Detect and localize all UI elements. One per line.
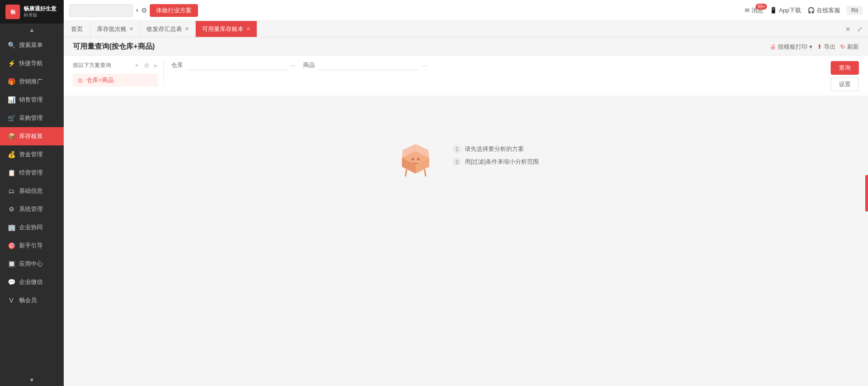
filter-scheme-panel: 按以下方案查询 ＋ ⊙ « ⊙ 仓库+商品 <box>73 60 164 87</box>
sidebar-label-enterprise_wechat: 企业微信 <box>19 278 43 286</box>
sidebar-icon-enterprise: 🏢 <box>7 223 15 232</box>
filter-settings-button[interactable]: 设置 <box>831 77 859 91</box>
sidebar-label-inventory: 库存核算 <box>19 132 43 140</box>
sidebar-label-onboarding: 新手引导 <box>19 242 43 250</box>
main-area: ▾ ⚙ 体验行业方案 ✉ 消息 99+ 📱 App下载 🎧 在线客服 Rit 首… <box>64 0 868 386</box>
tab-available-ledger-close[interactable]: ✕ <box>246 26 250 32</box>
sidebar-label-search: 搜索菜单 <box>19 41 43 49</box>
top-header: ▾ ⚙ 体验行业方案 ✉ 消息 99+ 📱 App下载 🎧 在线客服 Rit <box>64 0 868 21</box>
sidebar-item-sales_mgmt[interactable]: 📊 销售管理 <box>0 91 64 109</box>
filter-field-product: 商品 ··· <box>303 60 428 70</box>
tab-maximize-button[interactable]: ⤢ <box>855 24 864 35</box>
sidebar-item-app_center[interactable]: 🔲 应用中心 <box>0 255 64 273</box>
sidebar-item-membership[interactable]: V 畅会员 <box>0 291 64 309</box>
right-edge-indicator <box>865 175 868 211</box>
sidebar-item-onboarding[interactable]: 🎯 新手引导 <box>0 237 64 255</box>
filter-fields: 仓库 ··· 商品 ··· <box>164 60 826 70</box>
tab-batch-ledger[interactable]: 库存批次账 ✕ <box>91 21 140 37</box>
empty-state: 1 请先选择要分析的方案 2 用[过滤]条件来缩小分析范围 <box>64 96 868 215</box>
user-avatar[interactable]: Rit <box>847 6 863 15</box>
hint-number-1: 1 <box>453 145 461 153</box>
sidebar-logo: 畅 <box>5 5 20 19</box>
tab-actions: ✕ ⤢ <box>843 24 868 35</box>
tabs-bar: 首页 库存批次账 ✕ 收发存汇总表 ✕ 可用量库存账本 ✕ ✕ ⤢ <box>64 21 868 37</box>
sidebar-icon-operations: 📋 <box>7 169 15 177</box>
sidebar-item-marketing_promo[interactable]: 🎁 营销推广 <box>0 72 64 91</box>
header-right: ✉ 消息 99+ 📱 App下载 🎧 在线客服 Rit <box>745 6 863 15</box>
sidebar-icon-purchase_mgmt: 🛒 <box>7 114 15 122</box>
filter-product-input[interactable] <box>319 60 419 70</box>
collapse-scheme-button[interactable]: « <box>153 61 158 70</box>
print-dropdown-icon[interactable]: ▾ <box>809 43 812 50</box>
online-service-item[interactable]: 🎧 在线客服 <box>807 6 840 15</box>
tab-home[interactable]: 首页 <box>64 21 91 37</box>
tab-close-all-button[interactable]: ✕ <box>843 24 853 35</box>
add-scheme-button[interactable]: ＋ <box>133 60 141 70</box>
sidebar-header: 畅 畅康通好生意 标准版 <box>0 0 64 24</box>
refresh-action[interactable]: ↻ 刷新 <box>840 43 859 51</box>
sidebar-item-basic_info[interactable]: 🗂 基础信息 <box>0 182 64 200</box>
sidebar-label-basic_info: 基础信息 <box>19 187 43 195</box>
scheme-warehouse-product[interactable]: ⊙ 仓库+商品 <box>73 74 158 87</box>
page-content: 可用量查询(按仓库+商品) 🖨 按模板打印 ▾ ⬆ 导出 ↻ 刷新 <box>64 37 868 386</box>
sidebar-item-shortcut[interactable]: ⚡ 快捷导航 <box>0 54 64 72</box>
settings-icon[interactable]: ⚙ <box>141 6 147 15</box>
sidebar-title-area: 畅康通好生意 标准版 <box>24 5 56 18</box>
hint-item-1: 1 请先选择要分析的方案 <box>453 145 539 153</box>
sidebar-item-purchase_mgmt[interactable]: 🛒 采购管理 <box>0 109 64 127</box>
tab-receipt-summary-close[interactable]: ✕ <box>185 26 189 32</box>
header-search-input[interactable] <box>69 4 133 17</box>
sidebar-item-search[interactable]: 🔍 搜索菜单 <box>0 36 64 54</box>
scheme-warehouse-label: 仓库+商品 <box>86 76 114 84</box>
sidebar-label-purchase_mgmt: 采购管理 <box>19 114 43 122</box>
sidebar-item-enterprise_wechat[interactable]: 💬 企业微信 <box>0 273 64 291</box>
filter-product-label: 商品 <box>303 61 315 69</box>
empty-hints: 1 请先选择要分析的方案 2 用[过滤]条件来缩小分析范围 <box>453 145 539 166</box>
filter-warehouse-input[interactable] <box>187 60 287 70</box>
sidebar-icon-marketing_promo: 🎁 <box>7 77 15 86</box>
sidebar-item-system[interactable]: ⚙ 系统管理 <box>0 200 64 218</box>
page-title-bar: 可用量查询(按仓库+商品) 🖨 按模板打印 ▾ ⬆ 导出 ↻ 刷新 <box>64 37 868 56</box>
tab-available-ledger[interactable]: 可用量库存账本 ✕ <box>196 21 257 37</box>
app-download-item[interactable]: 📱 App下载 <box>770 6 801 15</box>
sidebar-label-sales_mgmt: 销售管理 <box>19 96 43 104</box>
sidebar-icon-sales_mgmt: 📊 <box>7 96 15 104</box>
sidebar-scroll-down[interactable]: ▼ <box>0 374 64 386</box>
sidebar-label-funds: 资金管理 <box>19 150 43 159</box>
headset-icon: 🎧 <box>807 7 815 14</box>
sidebar-icon-enterprise_wechat: 💬 <box>7 278 15 286</box>
sidebar-label-system: 系统管理 <box>19 205 43 213</box>
print-action[interactable]: 🖨 按模板打印 ▾ <box>770 43 812 51</box>
search-dropdown-icon[interactable]: ▾ <box>136 7 138 14</box>
sidebar-icon-app_center: 🔲 <box>7 260 15 268</box>
svg-line-7 <box>406 170 406 176</box>
sidebar-item-enterprise[interactable]: 🏢 企业协同 <box>0 218 64 237</box>
sidebar-icon-basic_info: 🗂 <box>7 187 15 195</box>
empty-illustration <box>393 133 438 178</box>
message-icon: ✉ <box>745 7 750 14</box>
export-label: 导出 <box>824 43 836 51</box>
header-left: ▾ ⚙ 体验行业方案 <box>69 4 741 17</box>
warehouse-more-icon[interactable]: ··· <box>290 62 296 69</box>
action-buttons: 查询 设置 <box>826 60 859 91</box>
sidebar-item-operations[interactable]: 📋 经营管理 <box>0 164 64 182</box>
export-icon: ⬆ <box>817 43 822 50</box>
tab-receipt-summary-label: 收发存汇总表 <box>147 25 182 33</box>
sidebar-scroll-up[interactable]: ▲ <box>0 24 64 36</box>
sidebar-icon-system: ⚙ <box>7 205 15 213</box>
sidebar-item-inventory[interactable]: 📦 库存核算 <box>0 127 64 145</box>
message-item[interactable]: ✉ 消息 99+ <box>745 6 763 15</box>
export-action[interactable]: ⬆ 导出 <box>817 43 836 51</box>
trial-button[interactable]: 体验行业方案 <box>150 4 198 17</box>
tab-batch-ledger-close[interactable]: ✕ <box>129 26 133 32</box>
settings-scheme-button[interactable]: ⊙ <box>143 61 150 70</box>
query-button[interactable]: 查询 <box>831 61 859 75</box>
sidebar-app-subtitle: 标准版 <box>24 12 56 18</box>
page-title: 可用量查询(按仓库+商品) <box>73 42 155 51</box>
sidebar-item-funds[interactable]: 💰 资金管理 <box>0 145 64 164</box>
tab-receipt-summary[interactable]: 收发存汇总表 ✕ <box>140 21 196 37</box>
sidebar-label-marketing_promo: 营销推广 <box>19 77 43 86</box>
filter-area: 按以下方案查询 ＋ ⊙ « ⊙ 仓库+商品 仓库 ··· <box>64 56 868 96</box>
svg-line-8 <box>425 170 426 176</box>
product-more-icon[interactable]: ··· <box>422 62 428 69</box>
